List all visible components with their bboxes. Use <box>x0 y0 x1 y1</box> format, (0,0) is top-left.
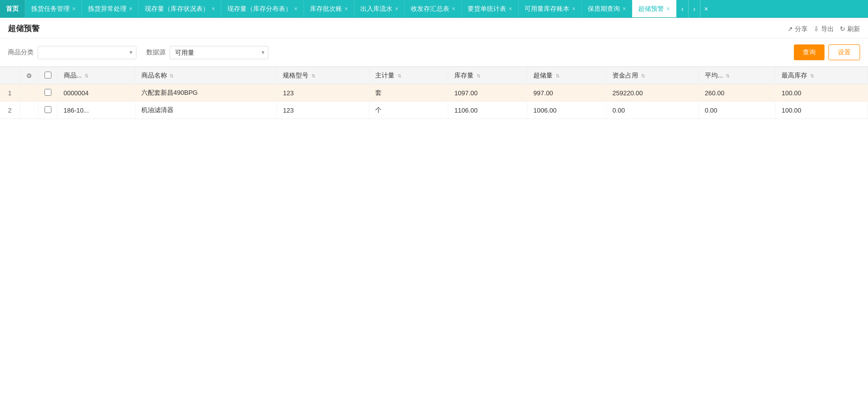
select-all-checkbox[interactable] <box>44 72 51 79</box>
sort-max-stock-icon: ⇅ <box>810 73 814 79</box>
refresh-icon: ↻ <box>840 25 845 33</box>
row-capital-0: 259220.00 <box>607 84 699 102</box>
share-button[interactable]: ↗ 分享 <box>787 25 808 34</box>
close-available[interactable]: × <box>572 5 575 12</box>
page-header: 超储预警 ↗ 分享 ⇩ 导出 ↻ 刷新 <box>0 18 868 39</box>
close-jianhuo-task[interactable]: × <box>72 5 76 12</box>
row-stock-1: 1106.00 <box>448 102 527 119</box>
nav-tab-order-stats[interactable]: 要货单统计表 × <box>462 0 519 18</box>
category-label: 商品分类 <box>8 48 34 57</box>
col-settings[interactable]: ⚙ <box>20 67 38 84</box>
filter-buttons: 查询 设置 <box>794 44 860 60</box>
close-stock-status[interactable]: × <box>212 5 215 12</box>
row-gear-0 <box>20 84 38 102</box>
nav-tab-inout[interactable]: 出入库流水 × <box>354 0 405 18</box>
row-unit-1: 个 <box>369 102 448 119</box>
row-stock-0: 1097.00 <box>448 84 527 102</box>
close-inout[interactable]: × <box>395 5 398 12</box>
row-over-1: 1006.00 <box>527 102 607 119</box>
close-quality[interactable]: × <box>622 5 626 12</box>
datasource-filter: 数据源 可用量 <box>146 46 268 59</box>
share-icon: ↗ <box>787 25 793 33</box>
row-checkbox-cell-0[interactable] <box>38 84 57 102</box>
nav-tab-available[interactable]: 可用量库存账本 × <box>519 0 582 18</box>
row-num-1: 2 <box>0 102 20 119</box>
sort-code-icon: ⇅ <box>85 73 88 79</box>
sort-stock-icon: ⇅ <box>477 73 480 79</box>
row-gear-1 <box>20 102 38 119</box>
nav-tab-jianhuo-task[interactable]: 拣货任务管理 × <box>25 0 82 18</box>
col-capital[interactable]: 资金占用 ⇅ <box>607 67 699 84</box>
query-button[interactable]: 查询 <box>794 44 825 60</box>
col-avg[interactable]: 平均... ⇅ <box>698 67 775 84</box>
col-code[interactable]: 商品... ⇅ <box>57 67 135 84</box>
datasource-select[interactable]: 可用量 <box>170 46 268 59</box>
close-overstock[interactable]: × <box>666 5 670 12</box>
col-stock[interactable]: 库存量 ⇅ <box>448 67 527 84</box>
overstock-table: ⚙ 商品... ⇅ 商品名称 ⇅ 规格型号 ⇅ <box>0 67 868 119</box>
row-capital-1: 0.00 <box>607 102 699 119</box>
row-over-0: 997.00 <box>527 84 607 102</box>
col-unit[interactable]: 主计量 ⇅ <box>369 67 448 84</box>
close-stock-dist[interactable]: × <box>294 5 298 12</box>
sort-capital-icon: ⇅ <box>641 73 645 79</box>
nav-tab-summary[interactable]: 收发存汇总表 × <box>405 0 462 18</box>
nav-arrow-close-all[interactable]: × <box>700 0 712 18</box>
close-batch[interactable]: × <box>345 5 348 12</box>
sort-over-icon: ⇅ <box>556 73 560 79</box>
close-order-stats[interactable]: × <box>509 5 512 12</box>
col-over[interactable]: 超储量 ⇅ <box>527 67 607 84</box>
nav-tab-stock-dist[interactable]: 现存量（库存分布表） × <box>221 0 304 18</box>
nav-arrow-right[interactable]: › <box>688 0 700 18</box>
sort-unit-icon: ⇅ <box>397 73 401 79</box>
settings-button[interactable]: 设置 <box>828 44 860 60</box>
row-max-stock-0: 100.00 <box>776 84 868 102</box>
row-checkbox-1[interactable] <box>44 106 51 113</box>
category-select[interactable] <box>38 46 136 59</box>
nav-tab-batch[interactable]: 库存批次账 × <box>304 0 354 18</box>
page-title: 超储预警 <box>8 24 40 34</box>
settings-icon[interactable]: ⚙ <box>26 72 32 79</box>
col-checkbox[interactable] <box>38 67 57 84</box>
col-spec[interactable]: 规格型号 ⇅ <box>277 67 369 84</box>
row-checkbox-0[interactable] <box>44 89 51 96</box>
nav-tab-stock-status[interactable]: 现存量（库存状况表） × <box>139 0 221 18</box>
export-button[interactable]: ⇩ 导出 <box>814 25 834 34</box>
page-content: 超储预警 ↗ 分享 ⇩ 导出 ↻ 刷新 商品分类 <box>0 18 868 395</box>
row-spec-1: 123 <box>277 102 369 119</box>
table-row: 1 0000004 六配套新昌490BPG 123 套 1097.00 997.… <box>0 84 868 102</box>
datasource-label: 数据源 <box>146 48 166 57</box>
row-checkbox-cell-1[interactable] <box>38 102 57 119</box>
nav-home[interactable]: 首页 <box>0 0 25 18</box>
sort-name-icon: ⇅ <box>170 73 174 79</box>
filter-bar: 商品分类 数据源 可用量 查询 设置 <box>0 39 868 67</box>
sort-avg-icon: ⇅ <box>726 73 730 79</box>
row-avg-1: 0.00 <box>698 102 775 119</box>
category-select-wrapper <box>38 46 136 59</box>
nav-tab-quality[interactable]: 保质期查询 × <box>582 0 632 18</box>
row-code-1: 186-10... <box>57 102 135 119</box>
row-unit-0: 套 <box>369 84 448 102</box>
row-avg-0: 260.00 <box>698 84 775 102</box>
export-icon: ⇩ <box>814 25 819 33</box>
row-name-0: 六配套新昌490BPG <box>135 84 277 102</box>
nav-tab-jianhuo-abnormal[interactable]: 拣货异常处理 × <box>82 0 139 18</box>
nav-arrow-left[interactable]: ‹ <box>676 0 688 18</box>
col-name[interactable]: 商品名称 ⇅ <box>135 67 277 84</box>
table-container: ⚙ 商品... ⇅ 商品名称 ⇅ 规格型号 ⇅ <box>0 67 868 119</box>
row-num-0: 1 <box>0 84 20 102</box>
top-navigation: 首页 拣货任务管理 × 拣货异常处理 × 现存量（库存状况表） × 现存量（库存… <box>0 0 868 18</box>
close-jianhuo-abnormal[interactable]: × <box>129 5 132 12</box>
row-code-0: 0000004 <box>57 84 135 102</box>
col-max-stock[interactable]: 最高库存 ⇅ <box>776 67 868 84</box>
header-actions: ↗ 分享 ⇩ 导出 ↻ 刷新 <box>787 25 860 34</box>
close-summary[interactable]: × <box>452 5 455 12</box>
table-row: 2 186-10... 机油滤清器 123 个 1106.00 1006.00 … <box>0 102 868 119</box>
refresh-button[interactable]: ↻ 刷新 <box>840 25 860 34</box>
datasource-select-wrapper: 可用量 <box>170 46 268 59</box>
table-header-row: ⚙ 商品... ⇅ 商品名称 ⇅ 规格型号 ⇅ <box>0 67 868 84</box>
sort-spec-icon: ⇅ <box>311 73 315 79</box>
row-name-1: 机油滤清器 <box>135 102 277 119</box>
nav-tab-overstock[interactable]: 超储预警 × <box>632 0 676 18</box>
row-spec-0: 123 <box>277 84 369 102</box>
